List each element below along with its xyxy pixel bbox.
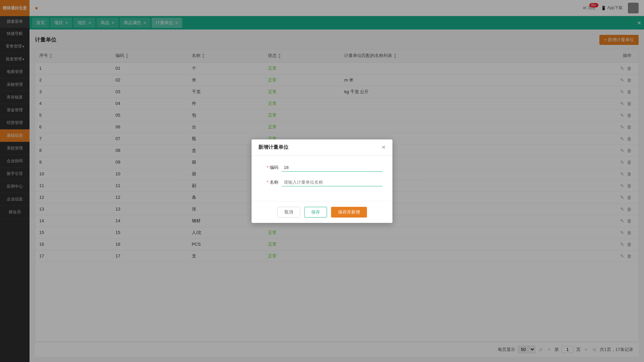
- modal-footer: 取消 保存 保存并新增: [252, 201, 392, 223]
- modal-title: 新增计量单位: [258, 144, 288, 150]
- code-form-row: 编码: [262, 164, 382, 172]
- modal-header: 新增计量单位 ✕: [252, 139, 392, 156]
- modal-close-button[interactable]: ✕: [381, 144, 386, 150]
- modal-body: 编码 名称: [252, 156, 392, 201]
- name-label: 名称: [262, 179, 278, 185]
- save-button[interactable]: 保存: [304, 207, 327, 218]
- name-form-row: 名称: [262, 178, 382, 186]
- modal-overlay[interactable]: 新增计量单位 ✕ 编码 名称 取消 保存 保存并新增: [0, 0, 644, 362]
- code-label: 编码: [262, 165, 278, 171]
- cancel-button[interactable]: 取消: [277, 207, 300, 218]
- code-input[interactable]: [282, 164, 382, 172]
- add-unit-modal: 新增计量单位 ✕ 编码 名称 取消 保存 保存并新增: [252, 139, 392, 223]
- name-input[interactable]: [282, 178, 382, 186]
- save-and-new-button[interactable]: 保存并新增: [331, 207, 367, 218]
